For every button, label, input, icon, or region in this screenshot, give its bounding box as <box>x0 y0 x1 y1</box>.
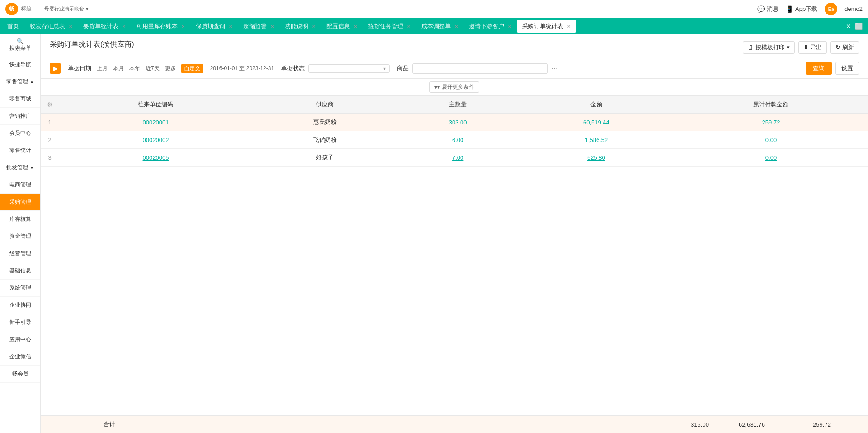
refresh-button[interactable]: ↻ 刷新 <box>830 41 859 54</box>
tab-order-summary[interactable]: 要货单统计表 ✕ <box>78 20 131 33</box>
tab-cost-adjust[interactable]: 成本调整单 ✕ <box>416 20 463 33</box>
top-bar-right: 💬 消息 📱 App下载 Ea demo2 <box>757 3 863 15</box>
sidebar-item-marketing[interactable]: 营销推广 <box>0 108 40 125</box>
export-button[interactable]: ⬇ 导出 <box>798 41 827 54</box>
sidebar-item-retail-stats[interactable]: 零售统计 <box>0 142 40 159</box>
row-amount[interactable]: 1,586.52 <box>519 131 674 149</box>
close-icon[interactable]: ✕ <box>508 24 511 29</box>
sidebar-inventory-label: 库存核算 <box>9 215 31 223</box>
date-shortcut-last-month[interactable]: 上月 <box>95 64 109 73</box>
sidebar-item-retail-mgmt[interactable]: 零售管理 ▲ <box>0 73 40 90</box>
goods-input[interactable] <box>412 63 548 74</box>
tab-stocking-task[interactable]: 拣货任务管理 ✕ <box>363 20 416 33</box>
tab-config-info[interactable]: 配置信息 ✕ <box>321 20 363 33</box>
row-amount[interactable]: 60,519.44 <box>519 114 674 131</box>
sidebar-item-enterprise-wechat[interactable]: 企业微信 <box>0 348 40 366</box>
goods-more-icon[interactable]: ··· <box>552 64 557 72</box>
tab-available-stock[interactable]: 可用量库存账本 ✕ <box>131 20 190 33</box>
sidebar-item-retail-shop[interactable]: 零售商城 <box>0 90 40 108</box>
sidebar-item-member[interactable]: 会员中心 <box>0 125 40 142</box>
status-select[interactable]: ▾ <box>308 64 390 73</box>
tab-receive-summary-label: 收发存汇总表 <box>30 22 65 30</box>
close-icon[interactable]: ✕ <box>69 24 72 29</box>
close-icon[interactable]: ✕ <box>229 24 232 29</box>
settings-button[interactable]: 设置 <box>835 62 859 75</box>
chevron-down-icon: ▼ <box>30 165 34 170</box>
row-amount[interactable]: 525.80 <box>519 149 674 167</box>
tab-receive-summary[interactable]: 收发存汇总表 ✕ <box>24 20 78 33</box>
nav-close-btn[interactable]: ✕ <box>846 23 851 30</box>
tab-expiry-query[interactable]: 保质期查询 ✕ <box>190 20 238 33</box>
sidebar-item-inventory[interactable]: 库存核算 <box>0 211 40 228</box>
row-paid[interactable]: 259.72 <box>674 114 868 131</box>
search-icon: 🔍 <box>17 38 24 44</box>
tab-function-desc-label: 功能说明 <box>285 22 308 30</box>
close-icon[interactable]: ✕ <box>312 24 316 29</box>
sidebar-item-enterprise-collab[interactable]: 企业协同 <box>0 297 40 314</box>
sidebar-vip-member-label: 畅会员 <box>12 370 28 378</box>
app-download-action[interactable]: 📱 App下载 <box>786 5 817 13</box>
sidebar-item-finance[interactable]: 资金管理 <box>0 228 40 245</box>
tab-invite-downstream[interactable]: 邀请下游客户 ✕ <box>463 20 517 33</box>
sidebar-item-search[interactable]: 🔍 搜索菜单 <box>0 34 40 56</box>
tab-purchase-summary[interactable]: 采购订单统计表 ✕ <box>517 20 576 33</box>
nav-expand-btn[interactable]: ⬜ <box>855 23 863 30</box>
footer-amount: 62,631.76 <box>722 421 781 428</box>
close-icon[interactable]: ✕ <box>407 24 410 29</box>
row-qty[interactable]: 6.00 <box>397 131 519 149</box>
sidebar-item-system[interactable]: 系统管理 <box>0 280 40 297</box>
sidebar-item-operations[interactable]: 经营管理 <box>0 245 40 262</box>
filter-toggle-button[interactable]: ▶ <box>50 63 61 74</box>
sidebar-wholesale-mgmt-label: 批发管理 <box>6 164 28 171</box>
sidebar-item-app-center[interactable]: 应用中心 <box>0 331 40 348</box>
sidebar-item-new-guide[interactable]: 新手引导 <box>0 314 40 331</box>
message-icon: 💬 <box>757 5 765 13</box>
date-shortcut-this-year[interactable]: 本年 <box>127 64 142 73</box>
user-name[interactable]: demo2 <box>844 5 863 12</box>
close-icon[interactable]: ✕ <box>181 24 185 29</box>
expand-conditions-button[interactable]: ▾▾ 展开更多条件 <box>429 81 479 93</box>
column-settings-icon[interactable]: ⚙ <box>47 101 53 108</box>
main-layout: 🔍 搜索菜单 快捷导航 零售管理 ▲ 零售商城 营销推广 会员中心 零售统计 批… <box>0 34 868 433</box>
date-shortcut-7days[interactable]: 近7天 <box>144 64 161 73</box>
header-right-actions: 🖨 按模板打印 ▾ ⬇ 导出 ↻ 刷新 <box>743 41 859 54</box>
date-shortcuts: 上月 本月 本年 近7天 更多 <box>95 64 178 73</box>
filter-line: ▶ 单据日期 上月 本月 本年 近7天 更多 自定义 2016-01-01 至 … <box>50 62 859 75</box>
print-dropdown-icon: ▾ <box>787 44 790 51</box>
row-paid[interactable]: 0.00 <box>674 149 868 167</box>
row-code[interactable]: 00020005 <box>59 149 253 167</box>
tab-order-summary-label: 要货单统计表 <box>83 22 118 30</box>
print-button[interactable]: 🖨 按模板打印 ▾ <box>743 41 795 54</box>
tab-overstock-alert[interactable]: 超储预警 ✕ <box>238 20 279 33</box>
close-icon[interactable]: ✕ <box>454 24 458 29</box>
chevron-up-icon: ▲ <box>30 79 34 84</box>
sidebar-item-shortcut[interactable]: 快捷导航 <box>0 56 40 73</box>
sidebar-app-center-label: 应用中心 <box>9 336 31 343</box>
close-icon-active[interactable]: ✕ <box>567 24 571 29</box>
date-custom-button[interactable]: 自定义 <box>181 64 203 73</box>
close-icon[interactable]: ✕ <box>354 24 357 29</box>
tab-function-desc[interactable]: 功能说明 ✕ <box>279 20 321 33</box>
workspace-selector[interactable]: 母婴行业演示账套 ▾ <box>44 5 89 12</box>
sidebar-item-purchase-mgmt[interactable]: 采购管理 <box>0 194 40 211</box>
sidebar-item-wholesale-mgmt[interactable]: 批发管理 ▼ <box>0 159 40 176</box>
date-shortcut-more[interactable]: 更多 <box>163 64 178 73</box>
date-range-display: 2016-01-01 至 2023-12-31 <box>210 65 274 72</box>
sidebar-item-ecommerce[interactable]: 电商管理 <box>0 176 40 194</box>
row-code[interactable]: 00020002 <box>59 131 253 149</box>
row-code[interactable]: 00020001 <box>59 114 253 131</box>
row-qty[interactable]: 7.00 <box>397 149 519 167</box>
close-icon[interactable]: ✕ <box>270 24 274 29</box>
message-action[interactable]: 💬 消息 <box>757 5 778 13</box>
date-shortcut-this-month[interactable]: 本月 <box>111 64 126 73</box>
row-paid[interactable]: 0.00 <box>674 131 868 149</box>
close-icon[interactable]: ✕ <box>122 24 126 29</box>
tab-overstock-alert-label: 超储预警 <box>243 22 267 30</box>
sidebar-item-vip-member[interactable]: 畅会员 <box>0 366 40 383</box>
tab-home[interactable]: 首页 <box>2 20 24 33</box>
avatar[interactable]: Ea <box>825 3 837 15</box>
workspace-label: 母婴行业演示账套 <box>44 5 84 12</box>
row-qty[interactable]: 303.00 <box>397 114 519 131</box>
sidebar-item-basic-info[interactable]: 基础信息 <box>0 262 40 280</box>
query-button[interactable]: 查询 <box>806 62 832 75</box>
